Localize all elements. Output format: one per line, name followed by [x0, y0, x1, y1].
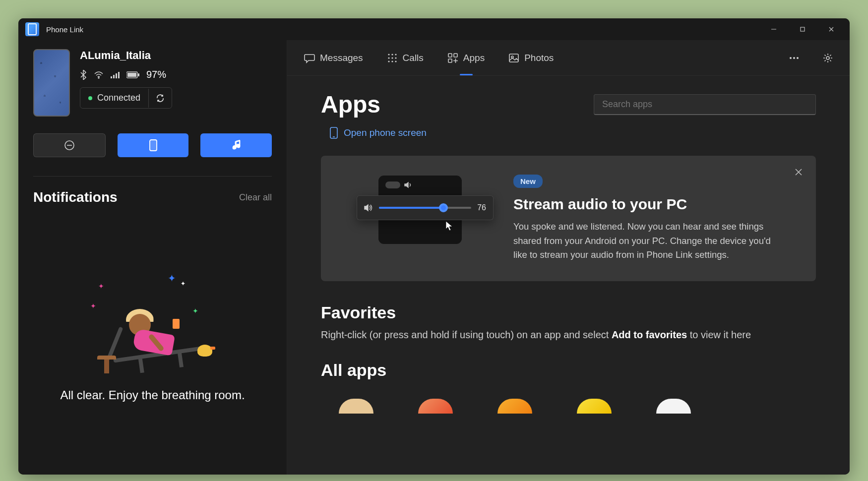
header-row: Apps: [321, 91, 816, 118]
clear-all-button[interactable]: Clear all: [239, 192, 272, 203]
content: Apps Open phone screen: [287, 76, 850, 475]
notifications-empty-state: ✦ ✦ ✦ ✦ ✦ All clear. En: [33, 205, 272, 466]
app-item[interactable]: [418, 399, 453, 414]
cursor-icon: [445, 220, 454, 232]
svg-rect-10: [127, 73, 136, 77]
svg-point-35: [826, 57, 829, 60]
empty-message: All clear. Enjoy the breathing room.: [60, 386, 245, 404]
svg-point-24: [388, 60, 389, 62]
svg-point-25: [391, 60, 393, 62]
favorites-hint: Right-click (or press and hold if using …: [321, 329, 816, 341]
app-title: Phone Link: [46, 25, 83, 34]
more-button[interactable]: [784, 48, 804, 68]
svg-point-21: [388, 57, 389, 59]
bluetooth-icon: [80, 70, 87, 80]
body-area: ALumia_Italia: [18, 40, 850, 475]
svg-rect-27: [448, 54, 452, 57]
new-badge: New: [513, 175, 543, 188]
svg-rect-5: [111, 76, 112, 78]
refresh-button[interactable]: [148, 89, 172, 108]
svg-rect-6: [113, 75, 115, 78]
calls-icon: [387, 53, 398, 63]
promo-card: 76 New Stream audio to your PC You spoke…: [321, 156, 816, 281]
svg-point-19: [391, 54, 393, 55]
svg-rect-30: [509, 54, 518, 62]
app-icon: [25, 22, 39, 36]
status-icons: 97%: [80, 69, 172, 80]
app-window: Phone Link ALumia_Italia: [18, 18, 850, 475]
svg-rect-29: [448, 59, 452, 62]
promo-close-button[interactable]: [791, 165, 806, 180]
battery-percent: 97%: [146, 69, 166, 80]
phone-icon: [330, 127, 338, 139]
tab-apps[interactable]: Apps: [442, 49, 490, 67]
tab-label: Messages: [320, 53, 363, 63]
notifications-title: Notifications: [33, 189, 118, 205]
sidebar: ALumia_Italia: [18, 40, 287, 475]
settings-button[interactable]: [818, 48, 838, 68]
app-item[interactable]: [656, 399, 691, 414]
app-item[interactable]: [497, 399, 532, 414]
svg-point-34: [797, 57, 799, 59]
page-title: Apps: [321, 91, 380, 118]
tabbar: Messages Calls Apps: [287, 40, 850, 76]
svg-point-32: [790, 57, 792, 59]
notifications-header: Notifications Clear all: [33, 189, 272, 205]
close-button[interactable]: [817, 18, 846, 40]
connection-label: Connected: [97, 93, 140, 103]
app-item[interactable]: [339, 399, 373, 414]
device-row: ALumia_Italia: [33, 49, 272, 117]
svg-point-26: [395, 60, 396, 62]
svg-point-23: [395, 57, 396, 59]
open-phone-screen-label: Open phone screen: [344, 127, 427, 138]
device-name: ALumia_Italia: [80, 49, 172, 62]
tab-photos[interactable]: Photos: [503, 49, 558, 67]
svg-point-22: [391, 57, 393, 59]
tab-calls[interactable]: Calls: [382, 49, 429, 67]
empty-illustration: ✦ ✦ ✦ ✦ ✦: [88, 267, 217, 366]
svg-point-20: [395, 54, 396, 55]
svg-rect-7: [116, 73, 117, 78]
svg-point-33: [793, 57, 795, 59]
all-apps-title: All apps: [321, 361, 816, 380]
status-dot-icon: [88, 96, 92, 100]
divider: [33, 176, 272, 177]
app-row: [321, 387, 816, 414]
svg-rect-15: [150, 140, 156, 151]
promo-title: Stream audio to your PC: [513, 196, 797, 213]
promo-text: New Stream audio to your PC You spoke an…: [513, 173, 797, 262]
tab-messages[interactable]: Messages: [299, 49, 368, 67]
connection-pill: Connected: [80, 87, 172, 109]
promo-description: You spoke and we listened. Now you can h…: [513, 220, 771, 262]
tab-label: Apps: [463, 53, 485, 63]
svg-point-18: [388, 54, 389, 55]
main-panel: Messages Calls Apps: [287, 40, 850, 475]
favorites-title: Favorites: [321, 303, 816, 322]
connection-status[interactable]: Connected: [80, 88, 148, 108]
phone-screen-button[interactable]: [118, 133, 189, 157]
maximize-button[interactable]: [788, 18, 817, 40]
device-meta: ALumia_Italia: [80, 49, 172, 109]
minimize-button[interactable]: [759, 18, 788, 40]
action-row: [33, 133, 272, 157]
svg-point-4: [98, 77, 99, 78]
open-phone-screen-link[interactable]: Open phone screen: [330, 127, 427, 139]
audio-button[interactable]: [200, 133, 272, 157]
promo-illustration: 76: [351, 173, 490, 247]
volume-value: 76: [477, 203, 486, 212]
wifi-icon: [94, 71, 104, 79]
svg-rect-1: [801, 27, 805, 31]
messages-icon: [304, 53, 315, 63]
app-item[interactable]: [577, 399, 612, 414]
svg-rect-11: [138, 73, 139, 76]
phone-thumbnail[interactable]: [33, 49, 70, 117]
tab-label: Photos: [524, 53, 554, 63]
signal-icon: [111, 71, 120, 78]
dnd-button[interactable]: [33, 133, 106, 157]
photos-icon: [508, 53, 519, 63]
search-input[interactable]: [594, 94, 816, 115]
svg-rect-8: [118, 72, 120, 78]
svg-rect-28: [454, 54, 457, 57]
titlebar: Phone Link: [18, 18, 850, 40]
tab-label: Calls: [403, 53, 424, 63]
